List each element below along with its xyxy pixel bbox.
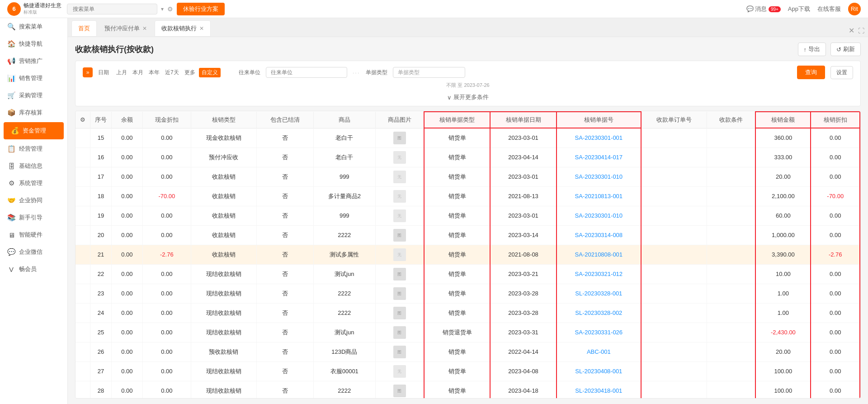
td-write-off-no[interactable]: SA-20230414-017 <box>557 147 641 167</box>
td-goods: 多计量商品2 <box>313 186 375 206</box>
app-download-btn[interactable]: App下载 <box>788 5 810 13</box>
td-write-off-no[interactable]: SL-20230418-001 <box>557 381 641 399</box>
sidebar-item-search[interactable]: 🔍 搜索菜单 <box>0 18 67 35</box>
sidebar-item-purchase[interactable]: 🛒 采购管理 <box>0 87 67 104</box>
sidebar-item-business[interactable]: 📋 经营管理 <box>0 140 67 157</box>
settings-icon[interactable]: ⚙ <box>167 5 173 13</box>
td-write-off-discount: 0.00 <box>811 381 860 399</box>
page-header: 收款核销执行(按收款) ↑ 导出 ↺ 刷新 <box>75 43 861 56</box>
td-write-off-no[interactable]: SA-20230301-001 <box>557 128 641 147</box>
td-no: 28 <box>90 381 112 399</box>
th-settings: ⚙ <box>75 112 90 128</box>
date-link-more[interactable]: 更多 <box>183 68 197 77</box>
td-write-off-no[interactable]: SA-20230321-012 <box>557 264 641 284</box>
top-search-input[interactable] <box>67 4 157 14</box>
td-write-off-doc-type: 销货单 <box>424 167 491 186</box>
td-write-off-date: 2023-03-28 <box>490 303 557 323</box>
tab-receipt[interactable]: 收款核销执行 ✕ <box>155 20 211 37</box>
td-write-off-no[interactable]: SA-20230331-026 <box>557 323 641 342</box>
td-receipt-condition <box>707 284 756 303</box>
date-link-this-year[interactable]: 本年 <box>147 68 161 77</box>
td-goods-img: 图 <box>375 128 424 147</box>
sidebar-item-enterprise[interactable]: 🤝 企业协同 <box>0 192 67 209</box>
tab-receipt-close[interactable]: ✕ <box>199 25 204 32</box>
td-write-off-no[interactable]: SL-20230328-001 <box>557 284 641 303</box>
td-goods: 测试多属性 <box>313 245 375 264</box>
td-write-off-no[interactable]: SA-20230301-010 <box>557 206 641 225</box>
sidebar-item-hardware[interactable]: 🖥 智能硬件 <box>0 226 67 243</box>
td-no: 18 <box>90 186 112 206</box>
online-service-btn[interactable]: 在线客服 <box>817 5 841 13</box>
filter-collapse-btn[interactable]: » <box>83 67 93 77</box>
td-write-off-type: 收款核销 <box>191 206 256 225</box>
refresh-button[interactable]: ↺ 刷新 <box>830 43 861 56</box>
page-content: 收款核销执行(按收款) ↑ 导出 ↺ 刷新 » 日期 <box>68 37 868 404</box>
solution-button[interactable]: 休验行业方案 <box>177 3 225 15</box>
sidebar-item-inventory[interactable]: 📦 库存核算 <box>0 104 67 121</box>
td-write-off-no[interactable]: SL-20230408-001 <box>557 361 641 381</box>
sidebar-item-finance[interactable]: 💰 资金管理 <box>4 122 64 139</box>
date-link-7days[interactable]: 近7天 <box>163 68 181 77</box>
td-write-off-no[interactable]: SL-20230328-002 <box>557 303 641 323</box>
tab-home[interactable]: 首页 <box>71 20 97 37</box>
td-settings <box>75 167 90 186</box>
td-no: 24 <box>90 303 112 323</box>
td-write-off-no[interactable]: ABC-001 <box>557 342 641 361</box>
td-goods-img: 无 <box>375 167 424 186</box>
td-goods: 123D商品 <box>313 342 375 361</box>
expand-more-button[interactable]: ∨ 展开更多条件 <box>447 93 489 101</box>
td-write-off-discount: 0.00 <box>811 167 860 186</box>
message-btn[interactable]: 💬 消息 99+ <box>746 5 781 13</box>
from-unit-input[interactable] <box>266 67 347 78</box>
date-link-last-month[interactable]: 上月 <box>114 68 129 77</box>
th-write-off-date: 核销单据日期 <box>490 112 557 128</box>
sidebar-item-sales[interactable]: 📊 销售管理 <box>0 70 67 87</box>
td-goods-img: 图 <box>375 342 424 361</box>
sidebar-item-guide[interactable]: 📚 新手引导 <box>0 209 67 226</box>
sidebar-item-marketing[interactable]: 📢 营销推广 <box>0 52 67 70</box>
date-link-this-month[interactable]: 本月 <box>131 68 145 77</box>
td-write-off-amount: 2,100.00 <box>755 186 811 206</box>
sidebar-item-member[interactable]: V 畅会员 <box>0 261 67 278</box>
table-row: 21 0.00 -2.76 收款核销 否 测试多属性 无 销货单 2021-08… <box>75 245 860 264</box>
td-no: 20 <box>90 225 112 245</box>
filter-row: » 日期 上月 本月 本年 近7天 更多 自定义 往来单位 ··· 单据类型 <box>83 66 853 79</box>
data-table: ⚙ 序号 余额 现金折扣 核销类型 包含已结清 商品 商品图片 核销单据类型 核… <box>75 111 860 399</box>
sidebar-item-system[interactable]: ⚙ 系统管理 <box>0 175 67 192</box>
sidebar-label-guide: 新手引导 <box>19 214 42 222</box>
export-button[interactable]: ↑ 导出 <box>798 43 826 56</box>
dropdown-icon[interactable]: ▾ <box>161 6 164 12</box>
td-write-off-doc-type: 销货单 <box>424 303 491 323</box>
td-write-off-date: 2023-03-01 <box>490 206 557 225</box>
td-write-off-date: 2023-03-28 <box>490 284 557 303</box>
voucher-type-select[interactable]: 单据类型 <box>393 67 465 78</box>
td-write-off-no[interactable]: SA-20230301-010 <box>557 167 641 186</box>
th-write-off-doc-type: 核销单据类型 <box>424 112 491 128</box>
td-no: 23 <box>90 284 112 303</box>
query-button[interactable]: 查询 <box>797 66 825 79</box>
user-avatar[interactable]: Rit <box>848 3 861 15</box>
tab-expand-icon[interactable]: ⛶ <box>858 27 864 34</box>
sidebar-item-quick-nav[interactable]: 🏠 快捷导航 <box>0 35 67 52</box>
td-write-off-no[interactable]: SA-20210813-001 <box>557 186 641 206</box>
td-goods: 老白干 <box>313 147 375 167</box>
tab-prepaid[interactable]: 预付冲应付单 ✕ <box>98 20 154 37</box>
tab-prepaid-close[interactable]: ✕ <box>142 25 147 32</box>
td-balance: 0.00 <box>112 206 143 225</box>
td-include-settled: 否 <box>256 264 313 284</box>
td-write-off-no[interactable]: SA-20210808-001 <box>557 245 641 264</box>
table-row: 15 0.00 0.00 现金收款核销 否 老白干 图 销货单 2023-03-… <box>75 128 860 147</box>
td-write-off-no[interactable]: SA-20230314-008 <box>557 225 641 245</box>
td-write-off-doc-type: 销货退货单 <box>424 323 491 342</box>
td-cash-discount: 0.00 <box>142 225 191 245</box>
date-link-custom[interactable]: 自定义 <box>199 68 221 77</box>
setting-button[interactable]: 设置 <box>830 66 853 79</box>
sidebar-item-basic[interactable]: 🗄 基础信息 <box>0 157 67 175</box>
sidebar-item-wechat[interactable]: 💬 企业微信 <box>0 243 67 261</box>
table-container[interactable]: ⚙ 序号 余额 现金折扣 核销类型 包含已结清 商品 商品图片 核销单据类型 核… <box>75 111 861 399</box>
td-write-off-doc-type: 销货单 <box>424 342 491 361</box>
td-write-off-date: 2023-03-31 <box>490 323 557 342</box>
tab-close-all-icon[interactable]: ✕ <box>849 26 854 35</box>
td-include-settled: 否 <box>256 225 313 245</box>
td-receipt-condition <box>707 147 756 167</box>
